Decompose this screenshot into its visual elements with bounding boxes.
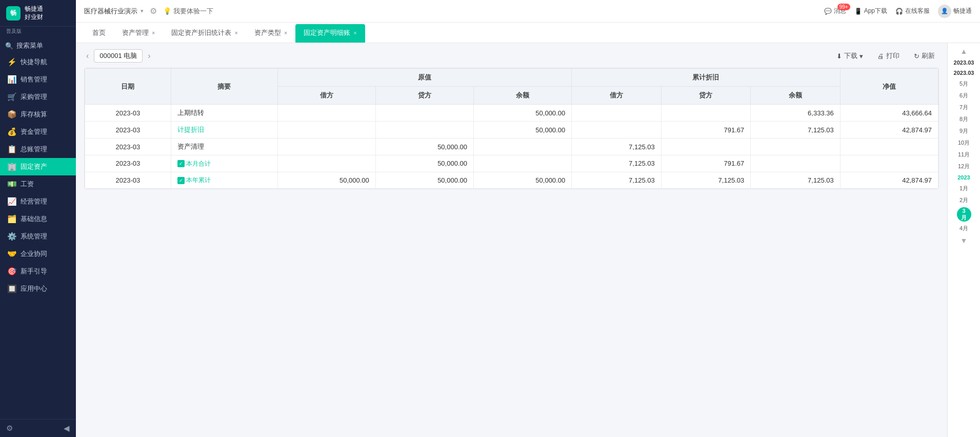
cell-acc-balance: 7,125.03 bbox=[751, 122, 841, 138]
sidebar-item-label: 采购管理 bbox=[21, 92, 47, 102]
cell-orig-credit: 50,000.00 bbox=[375, 155, 473, 172]
sales-icon: 📊 bbox=[7, 75, 16, 84]
sidebar-item-app-center[interactable]: 🔲 应用中心 bbox=[0, 280, 76, 297]
timeline-up-icon[interactable]: ▲ bbox=[958, 45, 970, 57]
sidebar-item-ledger[interactable]: 📋 总账管理 bbox=[0, 141, 76, 158]
timeline-month[interactable]: 8月 bbox=[955, 113, 973, 125]
sub-header: ‹ 000001 电脑 › ⬇ 下载 ▾ 🖨 打印 bbox=[84, 49, 939, 63]
settings-icon[interactable]: ⚙ bbox=[6, 424, 13, 433]
cell-orig-credit bbox=[375, 122, 473, 138]
cell-summary[interactable]: 计提折旧 bbox=[171, 122, 277, 138]
timeline-month[interactable]: 6月 bbox=[955, 90, 973, 102]
download-button[interactable]: ⬇ 下载 ▾ bbox=[832, 49, 867, 63]
app-version: 普及版 bbox=[0, 27, 76, 38]
timeline-month[interactable]: 12月 bbox=[955, 161, 973, 172]
sidebar-item-inventory[interactable]: 📦 库存核算 bbox=[0, 106, 76, 123]
sidebar-item-sales[interactable]: 📊 销售管理 bbox=[0, 71, 76, 88]
sidebar-item-basic-info[interactable]: 🗂️ 基础信息 bbox=[0, 210, 76, 228]
close-icon[interactable]: × bbox=[353, 30, 356, 36]
timeline-month[interactable]: 1月 bbox=[956, 183, 971, 194]
sidebar-item-operations[interactable]: 📈 经营管理 bbox=[0, 193, 76, 210]
table-row: 2023-03 ✓ 本月合计 50,000.00 7,125.03 791.67 bbox=[85, 155, 938, 172]
inventory-icon: 📦 bbox=[7, 110, 16, 119]
th-acc-credit: 贷方 bbox=[661, 87, 751, 105]
experience-button[interactable]: 💡 我要体验一下 bbox=[163, 7, 213, 16]
cell-net-value: 42,874.97 bbox=[840, 122, 938, 138]
company-selector[interactable]: 医疗器械行业演示 ▾ bbox=[84, 7, 144, 16]
app-title: 畅捷通 bbox=[25, 5, 43, 13]
cell-acc-debit: 7,125.03 bbox=[572, 138, 662, 155]
asset-code: 000001 电脑 bbox=[99, 52, 137, 59]
th-acc-debit: 借方 bbox=[572, 87, 662, 105]
tab-asset-mgmt[interactable]: 资产管理 × bbox=[114, 24, 163, 43]
prev-asset-button[interactable]: ‹ bbox=[84, 50, 91, 62]
cell-acc-balance: 6,333.36 bbox=[751, 105, 841, 122]
sidebar-item-finance[interactable]: 💰 资金管理 bbox=[0, 123, 76, 141]
cell-acc-balance bbox=[751, 138, 841, 155]
timeline-month[interactable]: 3月 bbox=[957, 207, 971, 222]
purchase-icon: 🛒 bbox=[7, 92, 16, 102]
cell-orig-balance bbox=[473, 155, 571, 172]
sidebar-item-purchase[interactable]: 🛒 采购管理 bbox=[0, 88, 76, 106]
timeline-month[interactable]: 4月 bbox=[956, 223, 971, 234]
sidebar-item-label: 库存核算 bbox=[21, 110, 47, 119]
sidebar-item-payroll[interactable]: 💵 工资 bbox=[0, 175, 76, 193]
sidebar-item-enterprise[interactable]: 🤝 企业协同 bbox=[0, 245, 76, 263]
sidebar-item-fixed-assets[interactable]: 🏢 固定资产 bbox=[0, 158, 76, 175]
company-settings-icon[interactable]: ⚙ bbox=[150, 6, 157, 16]
sidebar-item-guide[interactable]: 🎯 新手引导 bbox=[0, 263, 76, 280]
cell-orig-debit bbox=[277, 155, 375, 172]
print-button[interactable]: 🖨 打印 bbox=[873, 49, 904, 63]
refresh-label: 刷新 bbox=[922, 51, 935, 61]
cell-orig-balance: 50,000.00 bbox=[473, 122, 571, 138]
print-icon: 🖨 bbox=[877, 52, 884, 60]
collapse-icon[interactable]: ◀ bbox=[64, 424, 70, 433]
refresh-button[interactable]: ↻ 刷新 bbox=[910, 49, 939, 63]
timeline-month[interactable]: 7月 bbox=[955, 102, 973, 113]
next-asset-button[interactable]: › bbox=[146, 50, 152, 62]
print-label: 打印 bbox=[886, 51, 899, 61]
message-icon: 💬 bbox=[824, 8, 832, 15]
summary-link[interactable]: 计提折旧 bbox=[177, 126, 204, 133]
message-button[interactable]: 💬 消息 99+ bbox=[824, 7, 846, 15]
tab-depreciation-stats[interactable]: 固定资产折旧统计表 × bbox=[163, 24, 246, 43]
timeline-month[interactable]: 5月 bbox=[955, 78, 973, 90]
app-download-button[interactable]: 📱 App下载 bbox=[854, 7, 887, 15]
timeline-month[interactable]: 9月 bbox=[955, 125, 973, 137]
app-subtitle1: 好业财 bbox=[25, 13, 43, 22]
sidebar-item-label: 资金管理 bbox=[21, 127, 47, 136]
cell-orig-debit bbox=[277, 138, 375, 155]
sidebar-item-quick-nav[interactable]: ⚡ 快捷导航 bbox=[0, 53, 76, 71]
tab-home-label: 首页 bbox=[92, 28, 106, 37]
timeline-month[interactable]: 10月 bbox=[955, 137, 973, 149]
sidebar-item-system[interactable]: ⚙️ 系统管理 bbox=[0, 228, 76, 245]
tab-asset-detail[interactable]: 固定资产明细账 × bbox=[295, 24, 365, 43]
online-service-button[interactable]: 🎧 在线客服 bbox=[895, 7, 930, 15]
sub-header-left: ‹ 000001 电脑 › bbox=[84, 49, 153, 63]
app-center-icon: 🔲 bbox=[7, 284, 16, 293]
topbar-left: 医疗器械行业演示 ▾ ⚙ 💡 我要体验一下 bbox=[84, 6, 213, 16]
close-icon[interactable]: × bbox=[152, 30, 155, 36]
timeline-month[interactable]: 2月 bbox=[956, 194, 971, 206]
tab-asset-detail-label: 固定资产明细账 bbox=[304, 28, 350, 37]
sidebar-item-search[interactable]: 🔍 搜索菜单 bbox=[0, 38, 76, 53]
operations-icon: 📈 bbox=[7, 197, 16, 206]
user-menu[interactable]: 👤 畅捷通 bbox=[938, 5, 972, 18]
cell-acc-credit bbox=[661, 138, 751, 155]
timeline-year-2: 2023.03 bbox=[953, 68, 975, 78]
timeline-down-icon[interactable]: ▼ bbox=[958, 234, 970, 247]
chevron-down-icon: ▾ bbox=[859, 52, 863, 60]
cell-orig-balance: 50,000.00 bbox=[473, 172, 571, 189]
tab-home[interactable]: 首页 bbox=[84, 24, 114, 43]
tag-icon: ✓ 本年累计 bbox=[177, 176, 211, 185]
tab-asset-type[interactable]: 资产类型 × bbox=[246, 24, 295, 43]
close-icon[interactable]: × bbox=[234, 30, 237, 36]
timeline-month[interactable]: 11月 bbox=[955, 149, 973, 161]
close-icon[interactable]: × bbox=[284, 30, 287, 36]
sidebar-item-label: 应用中心 bbox=[21, 284, 47, 293]
avatar: 👤 bbox=[938, 5, 951, 18]
table-row: 2023-03 计提折旧 50,000.00 791.67 7,125.03 4… bbox=[85, 122, 938, 138]
sidebar: 畅 畅捷通 好业财 普及版 🔍 搜索菜单 ⚡ 快捷导航 📊 销售管理 🛒 采购管… bbox=[0, 0, 76, 437]
message-badge: 99+ bbox=[837, 4, 850, 10]
tabbar: 首页 资产管理 × 固定资产折旧统计表 × 资产类型 × 固定资产明细账 × bbox=[76, 23, 980, 43]
